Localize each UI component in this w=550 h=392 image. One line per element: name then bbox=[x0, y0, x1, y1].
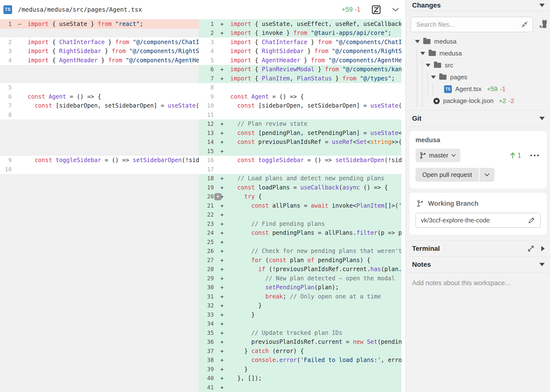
diff-line: 35+ // Update tracked plan IDs bbox=[199, 328, 401, 337]
tree-file-Agent.tsx[interactable]: TSAgent.tsx+59-1 bbox=[406, 83, 550, 95]
typescript-file-icon: TS bbox=[444, 85, 452, 93]
folder-label: pages bbox=[450, 73, 467, 81]
file-label: Agent.tsx bbox=[455, 85, 481, 93]
diff-line: 21+ const allPlans = await invoke<PlanIt… bbox=[199, 201, 401, 210]
search-block: Search files... bbox=[406, 11, 550, 36]
notes-input[interactable]: Add notes about this workspace... bbox=[406, 273, 550, 392]
diff-line: 11 bbox=[199, 110, 401, 119]
package-lock-icon bbox=[433, 98, 440, 104]
diff-line: 1+import { useState, useEffect, useRef, … bbox=[199, 19, 401, 29]
diff-viewer: TS /medusa/medusa/src/pages/Agent.tsx +5… bbox=[0, 0, 406, 392]
changed-files-tree: medusamedusasrcpagesTSAgent.tsx+59-1pack… bbox=[406, 36, 550, 110]
expand-terminal-icon[interactable] bbox=[527, 244, 535, 253]
diff-line: 40+ }, []); bbox=[199, 374, 401, 383]
diff-line: 20+ try {+ bbox=[199, 192, 401, 201]
arrow-up-icon bbox=[510, 152, 516, 159]
chevron-down-icon bbox=[539, 117, 545, 120]
diff-line: 7+import { PlanItem, PlanStatus } from "… bbox=[199, 74, 401, 83]
tree-folder-medusa[interactable]: medusa bbox=[406, 36, 550, 47]
tree-folder-medusa[interactable]: medusa bbox=[406, 47, 550, 59]
diff-line: 13+ const [pendingPlan, setPendingPlan] … bbox=[199, 128, 401, 138]
git-branch-icon bbox=[420, 152, 426, 159]
terminal-section-header[interactable]: Terminal bbox=[406, 241, 550, 256]
working-branch-card: Working Branch vk/3ccf-explore-the-code bbox=[410, 193, 547, 235]
collapse-file-chevron-icon[interactable] bbox=[392, 7, 399, 12]
diff-line: 23+ // Find pending plans bbox=[199, 219, 401, 228]
caret-down-icon bbox=[415, 40, 420, 43]
workspace-window: TS /medusa/medusa/src/pages/Agent.tsx +5… bbox=[0, 0, 550, 392]
chevron-down-icon bbox=[484, 173, 490, 177]
diff-line: 37+ } catch (error) { bbox=[199, 346, 401, 356]
diff-line: 10 const [sidebarOpen, setSidebarOpen] =… bbox=[199, 101, 401, 110]
changes-section-header[interactable]: Changes bbox=[406, 0, 550, 11]
caret-down-icon bbox=[431, 76, 436, 79]
branch-selector-button[interactable]: master bbox=[415, 149, 460, 162]
file-label: package-lock.json bbox=[443, 97, 494, 105]
search-placeholder: Search files... bbox=[416, 21, 520, 28]
diff-line: 26+ // Check for new pending plans that … bbox=[199, 247, 401, 256]
folder-label: medusa bbox=[434, 38, 457, 45]
diff-line: 2import { ChatInterface } from "@/compon… bbox=[0, 38, 199, 47]
diff-line: 38+ console.error('Failed to load plans:… bbox=[199, 356, 401, 365]
tree-folder-pages[interactable]: pages bbox=[406, 71, 550, 83]
tree-file-package-lock.json[interactable]: package-lock.json+2-2 bbox=[406, 95, 550, 107]
file-deletions: -1 bbox=[500, 85, 506, 93]
diff-line: 16 const toggleSidebar = () => setSideba… bbox=[199, 156, 401, 165]
diff-line: 17 bbox=[199, 165, 401, 174]
diff-filler bbox=[0, 128, 199, 138]
diff-filler bbox=[0, 65, 199, 74]
diff-line: 24+ const pendingPlans = allPlans.filter… bbox=[199, 228, 401, 238]
search-input[interactable]: Search files... bbox=[411, 17, 533, 32]
divider bbox=[406, 126, 550, 127]
diff-line: 4import { AgentHeader } from "@/componen… bbox=[0, 56, 199, 65]
working-branch-field[interactable]: vk/3ccf-explore-the-code bbox=[415, 213, 541, 228]
diff-filler bbox=[0, 138, 199, 147]
diff-line: 33+ } bbox=[199, 310, 401, 319]
diff-filler bbox=[0, 74, 199, 83]
tree-folder-src[interactable]: src bbox=[406, 59, 550, 71]
collapse-tree-icon[interactable] bbox=[520, 20, 529, 29]
push-ahead-button[interactable]: 1 bbox=[510, 152, 521, 159]
diff-line: 3import { ChatInterface } from "@/compon… bbox=[199, 38, 401, 47]
folder-icon bbox=[423, 39, 430, 44]
diff-new-pane: 1+import { useState, useEffect, useRef, … bbox=[199, 19, 401, 392]
diff-line: 28+ if (!previousPlanIdsRef.current.has(… bbox=[199, 265, 401, 274]
diff-line: 32+ } bbox=[199, 301, 401, 310]
file-deletions: -2 bbox=[509, 97, 514, 105]
git-section-header[interactable]: Git bbox=[406, 110, 550, 126]
diff-line: 5 bbox=[0, 83, 199, 92]
diff-filler bbox=[0, 119, 199, 129]
diff-line: 9const Agent = () => { bbox=[199, 92, 401, 101]
repo-name: medusa bbox=[415, 136, 541, 144]
open-pull-request-button[interactable]: Open pull request bbox=[415, 168, 479, 182]
open-pr-dropdown-button[interactable] bbox=[479, 168, 494, 182]
diff-line: 6+import { PlanReviewModal } from "@/com… bbox=[199, 65, 401, 74]
scrollbar-gutter bbox=[401, 19, 406, 392]
changes-title: Changes bbox=[412, 1, 441, 9]
notes-section-header[interactable]: Notes bbox=[406, 257, 550, 272]
working-branch-header: Working Branch bbox=[415, 198, 541, 207]
diff-line: 27+ for (const plan of pendingPlans) { bbox=[199, 256, 401, 265]
diff-view-toggle-icon[interactable] bbox=[371, 5, 381, 15]
notes-placeholder: Add notes about this workspace... bbox=[412, 279, 510, 287]
diff-line: 41+ bbox=[199, 383, 401, 392]
diff-line: 3import { RightSidebar } from "@/compone… bbox=[0, 47, 199, 56]
triangle-right-icon[interactable] bbox=[541, 246, 545, 251]
diff-line: 10 bbox=[0, 165, 199, 174]
more-options-button[interactable] bbox=[530, 155, 539, 156]
working-branch-title: Working Branch bbox=[428, 200, 478, 207]
diff-line: 31+ break; // Only open one at a time bbox=[199, 292, 401, 301]
diff-filler bbox=[0, 29, 199, 38]
notes-title: Notes bbox=[412, 261, 431, 268]
diff-line: 6const Agent = () => { bbox=[0, 92, 199, 101]
caret-down-icon bbox=[426, 64, 430, 67]
diff-line: 2+import { invoke } from "@tauri-apps/ap… bbox=[199, 29, 401, 38]
cat-icon[interactable] bbox=[537, 19, 548, 30]
branch-row: master 1 bbox=[415, 149, 541, 162]
add-comment-button[interactable]: + bbox=[214, 193, 222, 200]
additions-count: +59 bbox=[342, 6, 353, 13]
right-sidebar: Changes Search files... bbox=[406, 0, 550, 392]
edit-branch-icon[interactable] bbox=[527, 216, 536, 225]
terminal-title: Terminal bbox=[412, 245, 440, 252]
open-pr-row: Open pull request bbox=[415, 168, 541, 182]
